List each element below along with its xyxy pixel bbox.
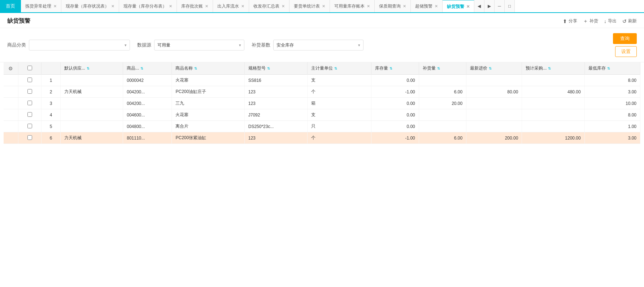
filter-datasource-group: 数据源 可用量 ▾ [137,40,244,50]
tab-item-6[interactable]: 收发存汇总表 ✕ [249,0,290,13]
col-latest-price[interactable]: 最新进价 ⇅ [466,62,522,75]
row-est-purchase-2 [522,98,584,109]
tab-close-2[interactable]: ✕ [111,4,114,8]
tab-item-1[interactable]: 拣货异常处理 ✕ [21,0,61,13]
tab-close-1[interactable]: ✕ [53,4,57,8]
row-latest-price-4 [466,121,522,132]
tab-close-7[interactable]: ✕ [322,4,325,8]
share-label: 分享 [569,18,577,24]
row-supplier-1: 力天机械 [60,86,123,98]
filter-datasource-select[interactable]: 可用量 ▾ [154,40,244,50]
row-checkbox-1 [18,86,42,98]
row-min-stock-3: 8.00 [584,109,640,121]
replenish-button[interactable]: ＋ 补货 [583,18,598,25]
export-button[interactable]: ↓ 导出 [604,18,617,24]
tab-close-4[interactable]: ✕ [205,4,208,8]
share-button[interactable]: ⬆ 分享 [563,18,577,24]
tab-home[interactable]: 首页 [0,0,21,13]
tab-bar: 首页 拣货异常处理 ✕ 现存量（库存状况表） ✕ 现存量（库存分布表） ✕ 库存… [0,0,644,13]
tab-label-6: 收发存汇总表 [253,3,279,9]
row-est-purchase-4 [522,121,584,132]
tab-close-10[interactable]: ✕ [435,4,438,8]
tab-item-10[interactable]: 超储预警 ✕ [411,0,443,13]
tab-close-11[interactable]: ✕ [466,5,470,9]
query-button[interactable]: 查询 [613,33,637,44]
row-select-5[interactable] [27,135,32,140]
row-checkbox-4 [18,121,42,132]
refresh-button[interactable]: ↺ 刷新 [622,18,637,24]
row-settings-0 [4,75,18,86]
tab-item-5[interactable]: 出入库流水 ✕ [213,0,249,13]
row-supplier-2 [60,98,123,109]
tab-close-3[interactable]: ✕ [169,4,172,8]
row-code-1: 004200... [123,86,172,98]
tab-item-2[interactable]: 现存量（库存状况表） ✕ [61,0,119,13]
row-spec-4: DS250*23c... [244,121,308,132]
filter-replenish-select[interactable]: 安全库存 ▾ [273,40,364,50]
tab-label-7: 要货单统计表 [294,3,320,9]
row-num-4: 5 [42,121,61,132]
row-select-0[interactable] [27,78,32,82]
settings-button[interactable]: 设置 [615,46,637,57]
minimize-button[interactable]: ─ [495,0,505,13]
row-code-5: 801110... [123,132,172,144]
tab-label-11: 缺货预警 [447,4,464,10]
filter-category-label: 商品分类 [7,42,26,48]
table-container: ⚙ 默认供应... ⇅ 商品... [0,62,644,144]
row-stock-1: -1.00 [371,86,419,98]
tab-item-3[interactable]: 现存量（库存分布表） ✕ [119,0,177,13]
col-spec[interactable]: 规格型号 ⇅ [244,62,308,75]
col-settings[interactable]: ⚙ [4,62,18,75]
select-all-checkbox[interactable] [27,66,32,70]
tab-close-9[interactable]: ✕ [403,4,406,8]
tab-label-1: 拣货异常处理 [25,3,51,9]
row-est-purchase-1: 480.00 [522,86,584,98]
row-unit-0: 支 [308,75,371,86]
filter-category-group: 商品分类 ▾ [7,40,130,50]
row-select-1[interactable] [27,89,32,94]
col-num [42,62,61,75]
tab-nav-prev[interactable]: ◀ [474,0,484,13]
col-replenish[interactable]: 补货量 ⇅ [419,62,466,75]
row-name-3: 火花塞 [172,109,244,121]
refresh-icon: ↺ [622,18,627,24]
col-default-supplier[interactable]: 默认供应... ⇅ [60,62,123,75]
filter-category-arrow: ▾ [125,43,127,48]
sort-icon-supplier: ⇅ [87,66,90,70]
row-replenish-2: 20.00 [419,98,466,109]
tab-label-10: 超储预警 [415,3,432,9]
tab-item-8[interactable]: 可用量库存账本 ✕ [330,0,375,13]
tab-close-5[interactable]: ✕ [241,4,244,8]
row-select-4[interactable] [27,124,32,128]
row-spec-1: 123 [244,86,308,98]
row-latest-price-5: 200.00 [466,132,522,144]
tab-item-7[interactable]: 要货单统计表 ✕ [290,0,330,13]
tab-item-9[interactable]: 保质期查询 ✕ [375,0,411,13]
tab-nav-next[interactable]: ▶ [484,0,495,13]
col-product-code[interactable]: 商品... ⇅ [123,62,172,75]
col-product-name[interactable]: 商品名称 ⇅ [172,62,244,75]
tab-label-4: 库存批次账 [181,3,203,9]
tab-close-8[interactable]: ✕ [367,4,370,8]
col-unit[interactable]: 主计量单位 ⇅ [308,62,371,75]
settings-gear-icon[interactable]: ⚙ [8,66,13,71]
tab-item-11[interactable]: 缺货预警 ✕ [443,0,474,13]
tab-item-4[interactable]: 库存批次账 ✕ [177,0,213,13]
row-unit-1: 个 [308,86,371,98]
row-select-3[interactable] [27,112,32,117]
maximize-button[interactable]: □ [505,0,515,13]
col-estimated-purchase[interactable]: 预计采购... ⇅ [522,62,584,75]
tab-close-6[interactable]: ✕ [282,4,285,8]
row-num-5: 6 [42,132,61,144]
row-checkbox-0 [18,75,42,86]
filter-category-select[interactable]: ▾ [29,40,130,50]
col-min-stock[interactable]: 最低库存 ⇅ [584,62,640,75]
row-replenish-5: 6.00 [419,132,466,144]
table-row: 1 0000042 火花塞 SS816 支 0.00 8.00 [4,75,640,86]
row-name-5: PC200张紧油缸 [172,132,244,144]
col-stock[interactable]: 库存量 ⇅ [371,62,419,75]
row-select-2[interactable] [27,101,32,105]
sort-icon-name: ⇅ [194,66,197,70]
sort-icon-price: ⇅ [489,66,492,70]
filter-replenish-label: 补货基数 [252,42,270,48]
